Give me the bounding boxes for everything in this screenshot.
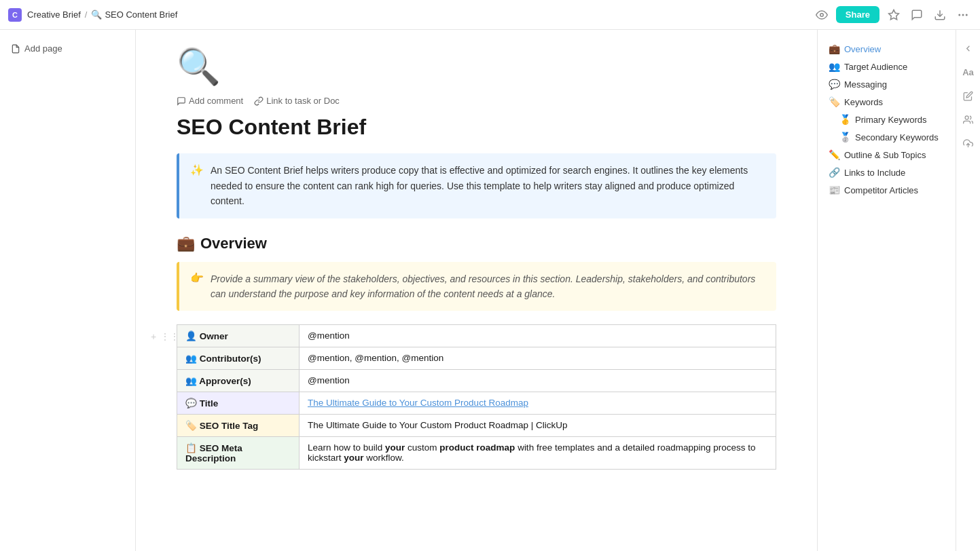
topbar: C Creative Brief / 🔍 SEO Content Brief S… [0,0,980,30]
chat-icon: 💬 [185,398,197,408]
link-toc-icon: 🔗 [829,167,840,178]
table-row: 👤 Owner @mention [177,325,776,347]
pencil-toc-icon: ✏️ [829,149,840,160]
breadcrumb-parent[interactable]: Creative Brief [27,10,81,20]
info-callout: ✨ An SEO Content Brief helps writers pro… [177,153,776,218]
table-row: 📋 SEO MetaDescription Learn how to build… [177,437,776,470]
doc-icon: 🔍 [177,46,776,88]
row-value[interactable]: @mention [300,370,776,392]
svg-point-4 [962,14,964,16]
search-icon: 🔍 [91,10,102,20]
content-area: 🔍 Add comment Link to task or Doc SEO Co… [136,30,817,551]
briefcase-toc-icon: 💼 [829,43,840,54]
row-value[interactable]: @mention [300,325,776,347]
gold-medal-icon: 🥇 [839,114,851,125]
toc-item-secondary-keywords[interactable]: 🥈 Secondary Keywords [823,129,975,145]
more-options-button[interactable] [954,6,972,24]
collapse-sidebar-button[interactable] [960,41,976,56]
doc-actions: Add comment Link to task or Doc [177,96,776,106]
font-size-button[interactable]: Aa [960,64,977,80]
table-row: 💬 Title The Ultimate Guide to Your Custo… [177,392,776,415]
info-callout-text: An SEO Content Brief helps writers produ… [211,163,765,208]
row-label: 👥 Contributor(s) [177,347,300,370]
row-value[interactable]: @mention, @mention, @mention [300,347,776,370]
chat-toc-icon: 💬 [829,79,840,90]
add-row-button[interactable]: + [149,330,158,343]
briefcase-icon: 💼 [177,235,195,252]
table-row: 🏷️ SEO Title Tag The Ultimate Guide to Y… [177,415,776,437]
row-controls: + ⋮⋮ [149,330,181,343]
people-icon-2: 👥 [185,376,197,386]
overview-table: 👤 Owner @mention 👥 Contributor(s) @menti… [177,324,776,470]
people-toc-icon: 👥 [829,61,840,72]
overview-callout: 👉 Provide a summary view of the stakehol… [177,262,776,311]
left-sidebar: Add page [0,30,136,551]
table-row: 👥 Contributor(s) @mention, @mention, @me… [177,347,776,370]
clipboard-icon: 📋 [185,443,197,453]
toc-item-primary-keywords[interactable]: 🥇 Primary Keywords [823,111,975,128]
newspaper-toc-icon: 📰 [829,185,840,195]
toc-item-messaging[interactable]: 💬 Messaging [823,76,975,92]
toc-item-target-audience[interactable]: 👥 Target Audience [823,58,975,75]
toc-item-keywords[interactable]: 🏷️ Keywords [823,94,975,110]
row-value[interactable]: The Ultimate Guide to Your Custom Produc… [300,415,776,437]
overview-callout-text: Provide a summary view of the stakeholde… [211,271,765,302]
silver-medal-icon: 🥈 [839,132,851,142]
person-icon: 👤 [185,331,197,341]
right-tool-strip: Aa [956,30,980,551]
breadcrumb-current[interactable]: 🔍 SEO Content Brief [91,10,177,20]
link-to-task-button[interactable]: Link to task or Doc [254,96,340,106]
svg-point-0 [820,13,824,16]
main-layout: Add page 🔍 Add comment Link to task or D… [0,30,980,551]
upload-button[interactable] [960,136,976,151]
app-logo: C [8,8,22,22]
svg-marker-1 [889,10,899,19]
row-label: 📋 SEO MetaDescription [177,437,300,470]
edit-button[interactable] [960,88,976,104]
tag-toc-icon: 🏷️ [829,96,840,107]
share-button[interactable]: Share [836,6,879,23]
comment-button[interactable] [908,6,926,24]
overview-section-header: 💼 Overview [177,235,776,252]
row-label: 👥 Approver(s) [177,370,300,392]
pointright-icon: 👉 [190,271,204,302]
toc-item-overview[interactable]: 💼 Overview [823,41,975,57]
people-icon: 👥 [185,354,197,364]
row-label: 👤 Owner [177,325,300,347]
row-value[interactable]: Learn how to build your custom product r… [300,437,776,470]
topbar-right: Share [813,6,972,24]
doc-title: SEO Content Brief [177,114,776,140]
add-page-button[interactable]: Add page [5,41,130,56]
table-area: + ⋮⋮ 👤 Owner @mention 👥 Contributor(s) @… [177,324,776,470]
visibility-button[interactable] [813,6,831,24]
star-button[interactable] [885,6,903,24]
svg-point-3 [959,14,960,16]
drag-row-button[interactable]: ⋮⋮ [159,330,181,343]
svg-point-6 [965,116,968,119]
tag-icon: 🏷️ [185,421,197,431]
row-value[interactable]: The Ultimate Guide to Your Custom Produc… [300,392,776,415]
svg-point-5 [966,14,968,16]
toc-item-competitor-articles[interactable]: 📰 Competitor Articles [823,182,975,198]
toc-item-links[interactable]: 🔗 Links to Include [823,164,975,180]
export-button[interactable] [931,6,949,24]
toc-item-outline-sub-topics[interactable]: ✏️ Outline & Sub Topics [823,147,975,163]
add-comment-button[interactable]: Add comment [177,96,243,106]
breadcrumb-separator: / [85,10,88,20]
sparkle-icon: ✨ [190,164,204,208]
users-button[interactable] [960,112,976,128]
title-link[interactable]: The Ultimate Guide to Your Custom Produc… [308,398,528,408]
row-label: 🏷️ SEO Title Tag [177,415,300,437]
breadcrumb: Creative Brief / 🔍 SEO Content Brief [27,10,177,20]
table-row: 👥 Approver(s) @mention [177,370,776,392]
row-label: 💬 Title [177,392,300,415]
